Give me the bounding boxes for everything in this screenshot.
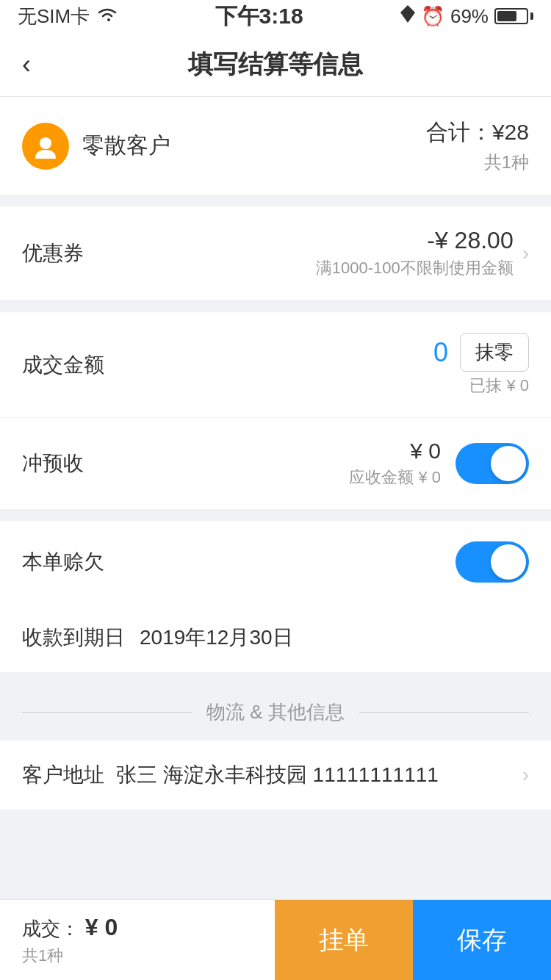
due-date-value: 2019年12月30日 [140,624,293,652]
toggle-knob [491,446,526,481]
transaction-label: 成交金额 [22,351,104,379]
due-date-row[interactable]: 收款到期日 2019年12月30日 [0,603,551,673]
coupon-right: -¥ 28.00 满1000-100不限制使用金额 › [316,227,529,279]
wifi-icon [97,5,118,28]
round-button[interactable]: 抹零 [460,333,529,372]
coupon-row[interactable]: 优惠券 -¥ 28.00 满1000-100不限制使用金额 › [0,206,551,300]
transaction-sub: 已抹 ¥ 0 [433,375,529,397]
total-count: 共1种 [426,151,529,174]
customer-name: 零散客户 [82,131,170,161]
battery-icon [494,8,533,24]
precharge-right: ¥ 0 应收金额 ¥ 0 [349,439,529,489]
save-button[interactable]: 保存 [413,900,551,981]
bottom-count: 共1种 [22,945,253,967]
logistics-header: 物流 & 其他信息 [0,685,551,740]
customer-info: 零散客户 [22,123,170,170]
address-row[interactable]: 客户地址 张三 海淀永丰科技园 11111111111 › [0,741,551,810]
coupon-value: -¥ 28.00 满1000-100不限制使用金额 [316,227,514,279]
content: 零散客户 合计：¥28 共1种 优惠券 -¥ 28.00 满1000-100不限… [0,97,551,898]
transaction-value[interactable]: 0 [433,337,448,368]
coupon-discount: -¥ 28.00 [316,227,514,254]
precharge-sub: 应收金额 ¥ 0 [349,466,441,489]
avatar [22,123,69,170]
page-title: 填写结算等信息 [188,48,363,82]
battery-text: 69% [450,5,489,28]
customer-totals: 合计：¥28 共1种 [426,118,529,174]
precharge-label: 冲预收 [22,450,84,478]
precharge-row: 冲预收 ¥ 0 应收金额 ¥ 0 [0,418,551,509]
bottom-deal-label: 成交： [22,918,79,940]
iowe-row: 本单赊欠 [0,521,551,603]
svg-point-0 [40,137,51,149]
address-value: 张三 海淀永丰科技园 11111111111 [116,761,439,789]
logistics-line-right [359,712,529,713]
divider-2 [0,300,551,312]
iowe-toggle[interactable] [455,541,529,583]
pending-button[interactable]: 挂单 [275,900,413,981]
status-time: 下午3:18 [215,1,303,32]
iowe-label: 本单赊欠 [22,548,104,576]
divider-4 [0,673,551,685]
chevron-right-icon: › [522,242,529,265]
signal-text: 无SIM卡 [18,4,90,29]
due-date-label: 收款到期日 [22,624,125,652]
transaction-right: 0 抹零 已抹 ¥ 0 [433,333,529,397]
coupon-label: 优惠券 [22,239,84,267]
status-right: ⏰ 69% [400,5,533,28]
bottom-bar: 成交： ¥ 0 共1种 挂单 保存 [0,899,551,980]
bottom-deal-line: 成交： ¥ 0 [22,914,253,942]
precharge-amount: ¥ 0 [349,439,441,464]
divider-3 [0,509,551,521]
precharge-toggle[interactable] [455,443,529,484]
address-left: 客户地址 张三 海淀永丰科技园 11111111111 [22,761,439,789]
status-left: 无SIM卡 [18,4,118,29]
divider-1 [0,195,551,206]
address-label: 客户地址 [22,761,104,789]
logistics-label: 物流 & 其他信息 [206,699,345,725]
customer-section: 零散客户 合计：¥28 共1种 [0,97,551,195]
location-icon [400,5,415,28]
precharge-values: ¥ 0 应收金额 ¥ 0 [349,439,441,489]
bottom-summary: 成交： ¥ 0 共1种 [0,914,275,967]
nav-bar: ‹ 填写结算等信息 [0,32,551,97]
amount-input-area: 0 抹零 [433,333,529,372]
address-chevron-icon: › [522,763,529,787]
transaction-row: 成交金额 0 抹零 已抹 ¥ 0 [0,312,551,418]
customer-row: 零散客户 合计：¥28 共1种 [0,97,551,195]
coupon-desc: 满1000-100不限制使用金额 [316,257,514,279]
iowe-toggle-knob [491,544,526,580]
total-amount: 合计：¥28 [426,118,529,148]
bottom-deal-amount: ¥ 0 [85,914,118,940]
back-button[interactable]: ‹ [22,49,31,80]
logistics-line-left [22,712,192,713]
alarm-icon: ⏰ [421,5,444,28]
status-bar: 无SIM卡 下午3:18 ⏰ 69% [0,0,551,32]
